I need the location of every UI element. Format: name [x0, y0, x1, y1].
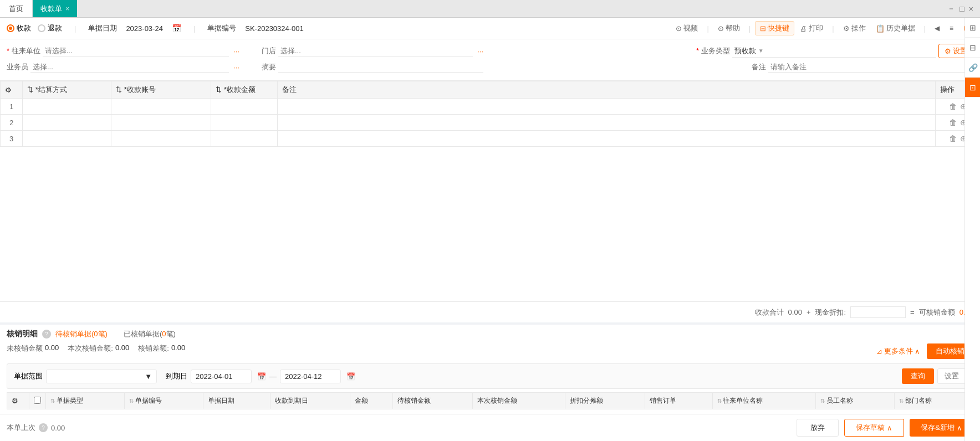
total-value: 0.00 [788, 308, 802, 316]
tab-active[interactable]: 收款单 × [33, 0, 77, 17]
tab-home[interactable]: 首页 [0, 0, 33, 17]
history-button[interactable]: 📋 历史单据 [871, 22, 920, 35]
draft-button[interactable]: 保存草稿 ∧ [844, 419, 904, 437]
print-icon: 🖨 [800, 24, 807, 33]
store-field: 门店 ··· [262, 45, 483, 57]
top-toolbar: 收款 退款 | 单据日期 2023-03-24 📅 | 单据编号 SK-2023… [0, 18, 980, 39]
business-type-select[interactable]: 预收款 ▼ [732, 45, 936, 58]
writeoff-title-row: 核销明细 ? 待核销单据(0笔) 已核销单据(0笔) [7, 329, 973, 339]
sort-icon: ⇅ [27, 85, 35, 94]
panel-btn-4[interactable]: ⊡ [965, 78, 980, 98]
cell-amount-2[interactable] [211, 115, 278, 131]
staff-more-icon[interactable]: ··· [233, 63, 239, 71]
cal-from-icon[interactable]: 📅 [257, 372, 266, 381]
writeoff-info-icon[interactable]: ? [42, 330, 51, 339]
pending-count: 0 [94, 330, 98, 338]
writeoff-settings-button[interactable]: 设置 [937, 368, 966, 384]
summary-input[interactable] [278, 61, 483, 73]
video-button[interactable]: ⊙ 视频 [671, 22, 702, 35]
layout-btn1[interactable]: ≡ [945, 23, 958, 34]
col-staff[interactable]: 员工名称 [816, 393, 895, 409]
footer-info-icon[interactable]: ? [39, 423, 48, 432]
history-icon: 📋 [876, 24, 885, 33]
cell-remark-1[interactable] [278, 99, 936, 115]
cell-settlement-1[interactable] [23, 99, 111, 115]
done-tab-link[interactable]: 已核销单据(0笔) [124, 329, 176, 339]
prev-button[interactable]: ◀ [930, 23, 944, 34]
delete-icon-2[interactable]: 🗑 [949, 118, 957, 127]
counterpart-more-icon[interactable]: ··· [233, 47, 239, 55]
col-gear[interactable]: ⚙ [1, 81, 23, 99]
diff-label: 核销差额: [138, 343, 169, 359]
delete-icon-3[interactable]: 🗑 [949, 134, 957, 143]
discount-input[interactable] [850, 306, 906, 318]
row-num-2: 2 [1, 115, 23, 131]
select-all-checkbox[interactable] [34, 397, 41, 404]
summary-field: 摘要 [262, 61, 483, 73]
refund-radio[interactable]: 退款 [38, 23, 62, 33]
store-more-icon[interactable]: ··· [477, 47, 483, 55]
minimize-button[interactable]: － [947, 4, 955, 14]
current-label: 本次核销金额: [68, 343, 113, 359]
cell-account-1[interactable] [111, 99, 211, 115]
col-number[interactable]: 单据编号 [124, 393, 203, 409]
store-label: 门店 [262, 46, 276, 56]
tab-close-icon[interactable]: × [65, 5, 69, 13]
counterpart-input[interactable] [43, 45, 229, 57]
col-type[interactable]: 单据类型 [46, 393, 125, 409]
store-input[interactable] [278, 45, 473, 57]
operate-button[interactable]: ⚙ 操作 [839, 22, 870, 35]
remark-label: 备注 [752, 62, 766, 72]
col-checkbox[interactable] [29, 393, 46, 409]
form-row-2: 业务员 ··· 摘要 备注 [7, 61, 973, 73]
range-select[interactable]: ▼ [46, 370, 157, 383]
main-table-section: ⚙ ⇅ *结算方式 ⇅ *收款账号 ⇅ *收款金额 备注 操作 1 [0, 81, 980, 322]
business-type-label: 业务类型 [696, 46, 730, 56]
print-button[interactable]: 🖨 打印 [795, 22, 828, 35]
cell-amount-1[interactable] [211, 99, 278, 115]
col-discount: 折扣分摊额 [565, 393, 645, 409]
staff-input[interactable] [30, 61, 229, 73]
close-button[interactable]: × [969, 4, 973, 13]
cell-settlement-3[interactable] [23, 131, 111, 147]
remark-input[interactable] [768, 61, 973, 73]
cell-account-3[interactable] [111, 131, 211, 147]
col-counterpart[interactable]: 往来单位名称 [712, 393, 816, 409]
panel-btn-1[interactable]: ⊞ [965, 18, 980, 38]
pending-tab-link[interactable]: 待核销单据(0笔) [55, 329, 108, 339]
number-label: 单据编号 [207, 23, 236, 33]
panel-btn-3[interactable]: 🔗 [965, 58, 980, 78]
receipt-radio[interactable]: 收款 [7, 23, 31, 33]
unchecked-stat: 未核销金额 0.00 [7, 343, 59, 359]
receipt-refund-group: 收款 退款 [7, 23, 62, 33]
cell-remark-3[interactable] [278, 131, 936, 147]
more-conditions-btn[interactable]: ⊿ 更多条件 ∧ [876, 346, 920, 356]
help-icon: ⊙ [718, 24, 724, 33]
date-to-input[interactable] [280, 370, 341, 383]
col-due: 收款到期日 [270, 393, 350, 409]
date-from-input[interactable] [191, 370, 252, 383]
gear-icon-bottom: ⚙ [12, 397, 18, 405]
cell-settlement-2[interactable] [23, 115, 111, 131]
panel-btn-2[interactable]: ⊟ [965, 38, 980, 58]
delete-icon-1[interactable]: 🗑 [949, 102, 957, 111]
abandon-button[interactable]: 放弃 [797, 419, 839, 437]
due-date-field: 到期日 📅 — 📅 [166, 370, 355, 383]
maximize-button[interactable]: □ [959, 4, 964, 13]
save-new-button[interactable]: 保存&新增 ∧ [910, 419, 973, 437]
col-dept[interactable]: 部门名称 [895, 393, 973, 409]
refund-label: 退款 [48, 23, 62, 33]
cell-remark-2[interactable] [278, 115, 936, 131]
query-button[interactable]: 查询 [902, 368, 934, 384]
shortcut-button[interactable]: ⊟ 快捷键 [755, 21, 794, 35]
cell-account-2[interactable] [111, 115, 211, 131]
help-button[interactable]: ⊙ 帮助 [713, 22, 744, 35]
calendar-icon[interactable]: 📅 [172, 24, 181, 33]
current-total-label: 本单上次 [7, 423, 35, 433]
cell-amount-3[interactable] [211, 131, 278, 147]
footer-left: 本单上次 ? 0.00 [7, 423, 65, 433]
writeoff-title: 核销明细 [7, 329, 38, 339]
available-label: 可核销金额 [919, 307, 955, 317]
cal-to-icon[interactable]: 📅 [346, 372, 355, 381]
col-gear-bottom[interactable]: ⚙ [7, 393, 29, 409]
